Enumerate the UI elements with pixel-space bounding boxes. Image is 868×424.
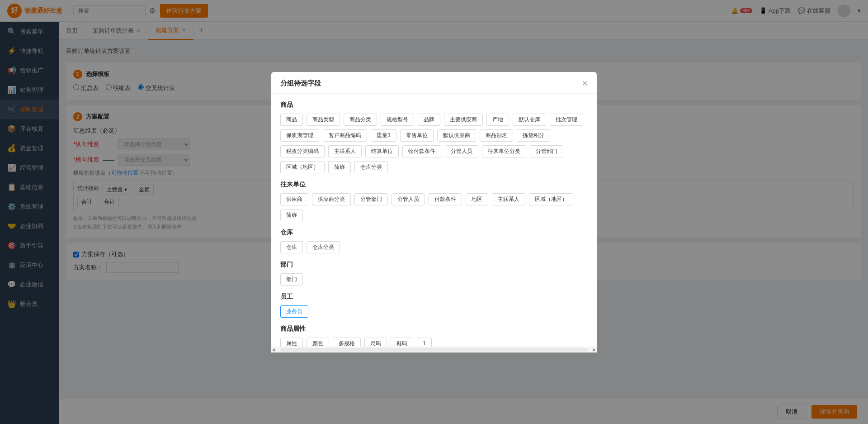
field-tag-spec-model[interactable]: 规格型号 — [381, 114, 414, 126]
field-tag-warehouse-cat[interactable]: 仓库分类 — [354, 161, 388, 173]
field-tag-supplier[interactable]: 供应商 — [280, 193, 308, 205]
section-title-department: 部门 — [280, 261, 588, 269]
section-title-product-attr: 商品属性 — [280, 325, 588, 333]
field-tag-shoe-size[interactable]: 鞋码 — [391, 338, 413, 347]
field-tag-warehouse-category[interactable]: 仓库分类 — [307, 241, 340, 253]
field-tag-brand[interactable]: 品牌 — [418, 114, 440, 126]
section-title-product: 商品 — [280, 101, 588, 109]
modal-overlay: 分组待选字段 ✕ 商品 商品 商品类型 商品分类 规格型号 品牌 主要供应商 产… — [0, 0, 868, 424]
field-tag-salesperson[interactable]: 业务员 — [280, 305, 308, 318]
field-tag-tax-code[interactable]: 税收分类编码 — [280, 145, 325, 157]
field-tag-attribute[interactable]: 属性 — [280, 338, 303, 347]
field-tag-partner-region[interactable]: 区域（地区） — [529, 193, 573, 205]
field-tag-shelf-life[interactable]: 保质期管理 — [280, 129, 319, 142]
partner-fields: 供应商 供应商分类 分管部门 分管人员 付款条件 地区 主联系人 区域（地区） … — [280, 193, 588, 221]
field-tag-partner-contact[interactable]: 主联系人 — [492, 193, 525, 205]
employee-fields: 业务员 — [280, 305, 588, 318]
scroll-right-btn[interactable]: ▶ — [592, 347, 597, 353]
modal-body[interactable]: 商品 商品 商品类型 商品分类 规格型号 品牌 主要供应商 产地 默认仓库 批次… — [271, 94, 597, 347]
modal-close-btn[interactable]: ✕ — [582, 79, 588, 88]
field-tag-customer-code[interactable]: 客户商品编码 — [323, 129, 367, 142]
field-tag-partner-category[interactable]: 往来单位分类 — [482, 145, 526, 157]
field-tag-default-supplier[interactable]: 默认供应商 — [437, 129, 476, 142]
field-tag-dept[interactable]: 分管部门 — [530, 145, 563, 157]
field-tag-origin[interactable]: 产地 — [486, 114, 509, 126]
product-attr-fields: 属性 颜色 多规格 尺码 鞋码 1 — [280, 338, 588, 347]
field-tag-area[interactable]: 地区 — [466, 193, 488, 205]
field-tag-default-warehouse[interactable]: 默认仓库 — [513, 114, 546, 126]
field-tag-short-name[interactable]: 简称 — [328, 161, 351, 173]
field-tag-payment-condition[interactable]: 付款条件 — [429, 193, 462, 205]
field-tag-supplier-category[interactable]: 供应商分类 — [312, 193, 351, 205]
field-tag-supervisor[interactable]: 分管人员 — [445, 145, 478, 157]
field-tag-weight[interactable]: 重量3 — [371, 129, 396, 142]
field-tag-color[interactable]: 颜色 — [307, 338, 329, 347]
field-tag-multi-spec[interactable]: 多规格 — [333, 338, 361, 347]
field-tag-pick-score[interactable]: 拣货积分 — [517, 129, 550, 142]
scroll-left-btn[interactable]: ◀ — [271, 347, 276, 353]
field-tag-partner-supervisor[interactable]: 分管人员 — [392, 193, 425, 205]
field-tag-product[interactable]: 商品 — [280, 114, 303, 126]
field-tag-partner-short-name[interactable]: 简称 — [280, 209, 303, 221]
section-title-employee: 员工 — [280, 293, 588, 301]
field-tag-product-alias[interactable]: 商品别名 — [480, 129, 513, 142]
field-tag-settlement-unit[interactable]: 结算单位 — [365, 145, 399, 157]
section-title-warehouse: 仓库 — [280, 229, 588, 237]
field-tag-main-contact[interactable]: 主联系人 — [328, 145, 362, 157]
field-tag-product-category[interactable]: 商品分类 — [344, 114, 377, 126]
field-tag-warehouse[interactable]: 仓库 — [280, 241, 303, 253]
field-tag-retail-unit[interactable]: 零售单位 — [400, 129, 434, 142]
warehouse-fields: 仓库 仓库分类 — [280, 241, 588, 253]
modal-title: 分组待选字段 — [280, 79, 321, 88]
field-tag-partner-dept[interactable]: 分管部门 — [354, 193, 388, 205]
department-fields: 部门 — [280, 273, 588, 286]
field-tag-main-supplier[interactable]: 主要供应商 — [444, 114, 483, 126]
product-fields: 商品 商品类型 商品分类 规格型号 品牌 主要供应商 产地 默认仓库 批次管理 … — [280, 114, 588, 173]
field-select-modal: 分组待选字段 ✕ 商品 商品 商品类型 商品分类 规格型号 品牌 主要供应商 产… — [271, 72, 597, 353]
scroll-track[interactable] — [280, 348, 588, 352]
modal-horizontal-scrollbar[interactable]: ◀ ▶ — [271, 347, 597, 353]
section-title-partner: 往来单位 — [280, 181, 588, 189]
modal-header: 分组待选字段 ✕ — [271, 72, 597, 94]
field-tag-region[interactable]: 区域（地区） — [280, 161, 325, 173]
field-tag-product-type[interactable]: 商品类型 — [307, 114, 340, 126]
field-tag-payment-terms[interactable]: 收付款条件 — [402, 145, 441, 157]
field-tag-batch-mgmt[interactable]: 批次管理 — [550, 114, 583, 126]
field-tag-department[interactable]: 部门 — [280, 273, 303, 286]
field-tag-size[interactable]: 尺码 — [364, 338, 387, 347]
field-tag-custom-1[interactable]: 1 — [417, 338, 432, 347]
